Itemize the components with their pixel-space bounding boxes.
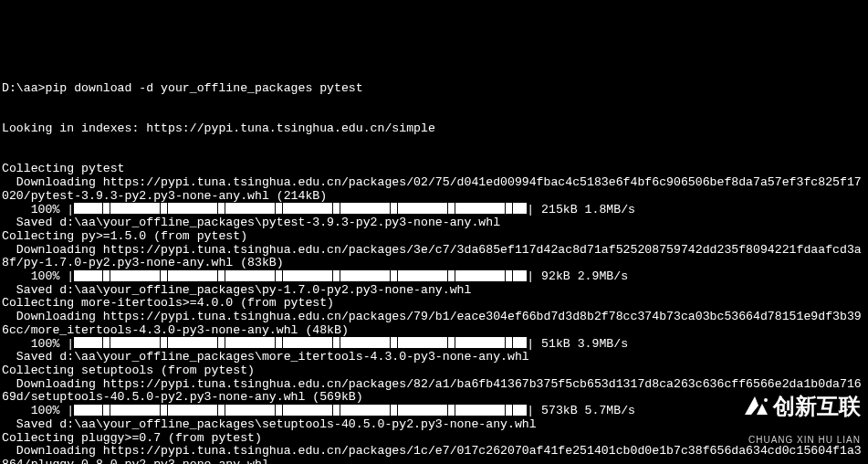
output-downloading: 864/pluggy-0.8.0-py2.py3-none-any.whl	[2, 459, 866, 464]
output-downloading: 8f/py-1.7.0-py2.py3-none-any.whl (83kB)	[2, 257, 866, 270]
progress-bar	[74, 404, 527, 417]
output-saved: Saved d:\aa\your_offline_packages\more_i…	[2, 351, 866, 364]
progress-line: 100% || 215kB 1.8MB/s	[2, 204, 866, 217]
output-saved: Saved d:\aa\your_offline_packages\pytest…	[2, 216, 866, 230]
progress-line: 100% || 92kB 2.9MB/s	[2, 270, 866, 284]
prompt: D:\aa>	[2, 81, 45, 95]
output-downloading: Downloading https://pypi.tuna.tsinghua.e…	[2, 176, 866, 190]
logo-subtext: CHUANG XIN HU LIAN	[727, 436, 861, 445]
progress-speed: | 51kB 3.9MB/s	[527, 337, 628, 351]
progress-speed: | 92kB 2.9MB/s	[527, 269, 628, 283]
progress-percent: 100% |	[2, 269, 74, 283]
progress-percent: 100% |	[2, 404, 74, 417]
output-downloading: 6cc/more_itertools-4.3.0-py3-none-any.wh…	[2, 324, 866, 338]
progress-speed: | 215kB 1.8MB/s	[527, 203, 635, 216]
output-downloading: 020/pytest-3.9.3-py2.py3-none-any.whl (2…	[2, 190, 866, 204]
command-text: pip download -d your_offline_packages py…	[45, 81, 362, 95]
progress-bar	[74, 203, 527, 216]
watermark-logo: 创新互联 CHUANG XIN HU LIAN	[727, 383, 861, 457]
logo-text: 创新互联	[773, 395, 861, 417]
output-collecting: Collecting pytest	[2, 163, 866, 176]
svg-point-0	[764, 398, 768, 402]
progress-line: 100% || 51kB 3.9MB/s	[2, 338, 866, 352]
logo-icon	[742, 395, 769, 418]
progress-bar	[74, 269, 527, 283]
index-info: Looking in indexes: https://pypi.tuna.ts…	[2, 122, 866, 136]
output-collecting: Collecting more-itertools>=4.0.0 (from p…	[2, 297, 866, 311]
progress-speed: | 573kB 5.7MB/s	[527, 404, 635, 417]
progress-percent: 100% |	[2, 337, 74, 351]
output-downloading: Downloading https://pypi.tuna.tsinghua.e…	[2, 311, 866, 324]
output-downloading: Downloading https://pypi.tuna.tsinghua.e…	[2, 244, 866, 258]
progress-percent: 100% |	[2, 203, 74, 216]
output-saved: Saved d:\aa\your_offline_packages\py-1.7…	[2, 284, 866, 298]
progress-bar	[74, 337, 527, 351]
output-collecting: Collecting py>=1.5.0 (from pytest)	[2, 230, 866, 244]
output-collecting: Collecting setuptools (from pytest)	[2, 364, 866, 378]
